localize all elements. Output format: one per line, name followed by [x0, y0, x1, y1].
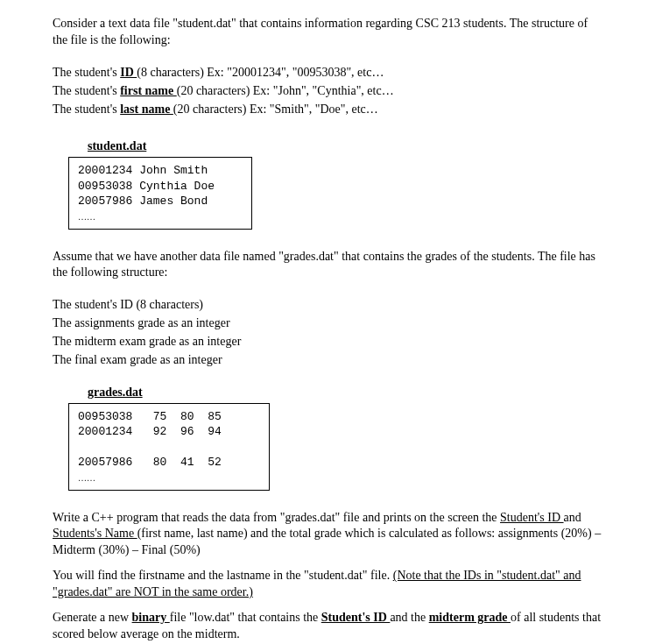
text: The student's	[53, 84, 120, 97]
text: (8 characters) Ex: "20001234", "00953038…	[137, 66, 384, 79]
file-row: 20001234 John Smith	[78, 164, 208, 177]
text: file "low.dat" that contains the	[170, 611, 321, 624]
mid-paragraph: Assume that we have another data file na…	[53, 249, 602, 282]
student-id-ul: Student's ID	[500, 511, 564, 524]
student-file-label: student.dat	[88, 138, 146, 155]
file-row: 20057986 80 41 52	[78, 456, 222, 469]
file-row: 20001234 92 96 94	[78, 425, 222, 438]
grades-field-assign: The assignments grade as an integer	[53, 315, 602, 332]
grades-field-list: The student's ID (8 characters) The assi…	[53, 297, 602, 369]
firstname-label: first name	[120, 84, 177, 97]
grades-file-box: 00953038 75 80 85 20001234 92 96 94 2005…	[68, 403, 270, 491]
task-paragraph-3: Generate a new binary file "low.dat" tha…	[53, 610, 602, 643]
text: You will find the firstname and the last…	[53, 569, 393, 582]
task-paragraph-1: Write a C++ program that reads the data …	[53, 510, 602, 560]
binary-label: binary	[132, 611, 170, 624]
intro-paragraph: Consider a text data file "student.dat" …	[53, 16, 602, 49]
text: (20 characters) Ex: "John", "Cynthia", e…	[177, 84, 394, 97]
id-label: ID	[120, 66, 137, 79]
text: The student's	[53, 103, 120, 116]
student-file-box: 20001234 John Smith 00953038 Cynthia Doe…	[68, 157, 252, 229]
student-file-section: student.dat 20001234 John Smith 00953038…	[53, 138, 602, 229]
file-row: 20057986 James Bond	[78, 195, 208, 208]
text: (20 characters) Ex: "Smith", "Doe", etc…	[173, 103, 378, 116]
student-field-firstname: The student's first name (20 characters)…	[53, 83, 602, 100]
lastname-label: last name	[120, 103, 173, 116]
students-id-label: Student's ID	[321, 611, 391, 624]
text: Generate a new	[53, 611, 132, 624]
file-row: 00953038 75 80 85	[78, 410, 222, 423]
text: and the	[390, 611, 428, 624]
student-field-list: The student's ID (8 characters) Ex: "200…	[53, 65, 602, 118]
task-paragraph-2: You will find the firstname and the last…	[53, 568, 602, 601]
file-row: 00953038 Cynthia Doe	[78, 180, 215, 193]
file-dots: ……	[78, 212, 95, 222]
text: and	[564, 511, 581, 524]
grades-field-midterm: The midterm exam grade as an integer	[53, 334, 602, 350]
file-dots: ……	[78, 473, 95, 483]
student-field-id: The student's ID (8 characters) Ex: "200…	[53, 65, 602, 81]
grades-field-id: The student's ID (8 characters)	[53, 297, 602, 314]
student-name-ul: Students's Name	[53, 527, 137, 540]
midterm-grade-label: midterm grade	[429, 611, 511, 624]
grades-file-label: grades.dat	[88, 385, 143, 401]
text: The student's	[53, 66, 120, 79]
student-field-lastname: The student's last name (20 characters) …	[53, 102, 602, 118]
grades-file-section: grades.dat 00953038 75 80 85 20001234 92…	[53, 385, 602, 491]
grades-field-final: The final exam grade as an integer	[53, 352, 602, 369]
text: Write a C++ program that reads the data …	[53, 511, 500, 524]
